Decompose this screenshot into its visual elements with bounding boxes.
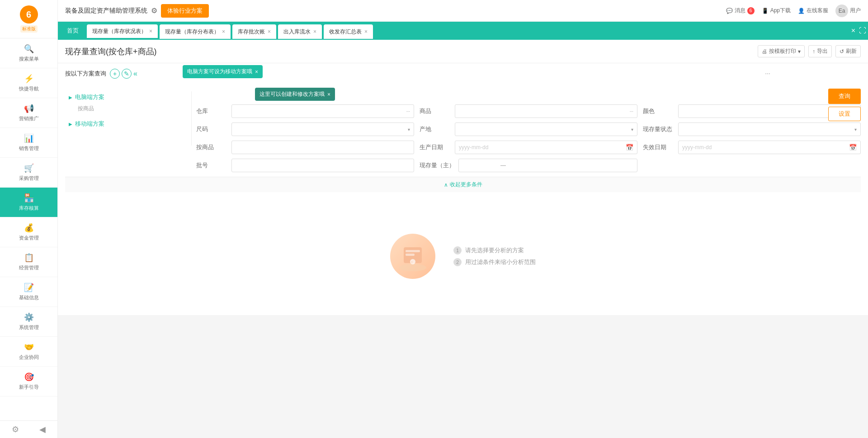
tab-batch-account-close[interactable]: × xyxy=(268,28,271,35)
svg-rect-3 xyxy=(406,254,415,256)
warehouse-label: 仓库 xyxy=(196,107,228,115)
size-dropdown-icon: ▾ xyxy=(408,127,410,132)
sidebar-item-purchase[interactable]: 🛒 采购管理 xyxy=(0,158,57,188)
stock-main-to[interactable] xyxy=(508,162,544,169)
refresh-button[interactable]: ↺ 刷新 xyxy=(835,45,861,57)
tab-inout-flow[interactable]: 出入库流水 × xyxy=(278,24,322,39)
tab-inventory-status-close[interactable]: × xyxy=(149,28,152,34)
enterprise-icon: 🤝 xyxy=(24,342,34,352)
edit-scheme-button[interactable]: ✎ xyxy=(122,69,132,79)
empty-svg: ! xyxy=(395,238,431,274)
tab-inventory-dist[interactable]: 现存量（库存分布表） × xyxy=(160,24,231,39)
tip-text-1: 请先选择要分析的方案 xyxy=(465,246,524,254)
online-service-label: 在线客服 xyxy=(807,7,828,14)
app-download-button[interactable]: 📱 App下载 xyxy=(762,7,791,14)
stock-main-label: 现存量（主） xyxy=(420,161,455,170)
svg-point-0 xyxy=(399,264,426,271)
export-button[interactable]: ↑ 导出 xyxy=(808,45,832,57)
tab-receipt-summary-close[interactable]: × xyxy=(364,28,368,35)
tab-inout-flow-label: 出入库流水 xyxy=(283,28,311,36)
page-content: 现存量查询(按仓库+商品) 🖨 按模板打印 ▾ ↑ 导出 ↺ 刷新 xyxy=(58,40,868,438)
stock-status-select[interactable]: ▾ xyxy=(678,122,861,136)
sidebar-item-search-menu[interactable]: 🔍 搜索菜单 xyxy=(0,38,57,68)
sidebar-item-marketing[interactable]: 📢 营销推广 xyxy=(0,98,57,128)
expire-date-input[interactable]: yyyy-mm-dd 📅 xyxy=(678,141,861,154)
collapse-sidebar-icon[interactable]: ◀ xyxy=(39,424,46,434)
sidebar-item-finance[interactable]: 💰 资金管理 xyxy=(0,217,57,247)
sidebar-logo: 6 标准版 xyxy=(0,0,57,38)
filter-area: 按以下方案查询 + ✎ « 电脑方案可设为移动方案哦 × xyxy=(58,63,868,198)
basic-info-icon: 📝 xyxy=(24,283,34,292)
warehouse-select[interactable]: ··· xyxy=(231,104,414,118)
collapse-up-icon: ∧ xyxy=(444,182,448,188)
main-area: 装备及固定资产辅助管理系统 ⚙ 体验行业方案 💬 消息 6 📱 App下载 👤 … xyxy=(58,0,868,438)
print-button[interactable]: 🖨 按模板打印 ▾ xyxy=(758,45,805,57)
settings-bottom-icon[interactable]: ⚙ xyxy=(12,424,19,434)
stock-main-range[interactable]: — xyxy=(458,159,637,172)
scheme-tooltip-close[interactable]: × xyxy=(255,69,258,75)
sidebar-item-quick-nav[interactable]: ⚡ 快捷导航 xyxy=(0,68,57,98)
origin-select[interactable]: ▾ xyxy=(455,122,637,136)
category-select[interactable] xyxy=(231,141,414,154)
mobile-scheme-label: 移动端方案 xyxy=(75,120,104,128)
print-label: 按模板打印 xyxy=(769,47,796,55)
sidebar-item-beginner[interactable]: 🎯 新手引导 xyxy=(0,367,57,396)
edit-tooltip-close[interactable]: × xyxy=(327,91,330,98)
tree-item-desktop[interactable]: ▶ 电脑端方案 xyxy=(69,91,191,103)
back-scheme-icon[interactable]: « xyxy=(133,70,137,78)
sidebar-item-basic-info[interactable]: 📝 基础信息 xyxy=(0,277,57,307)
warehouse-dropdown-icon: ··· xyxy=(406,109,410,114)
empty-tip-1: 1 请先选择要分析的方案 xyxy=(453,246,536,254)
prod-date-input[interactable]: yyyy-mm-dd 📅 xyxy=(455,141,637,154)
stock-main-from[interactable] xyxy=(462,162,499,169)
operations-icon: 📋 xyxy=(24,253,34,263)
export-icon: ↑ xyxy=(812,48,815,55)
page-title: 现存量查询(按仓库+商品) xyxy=(65,46,157,57)
tab-bar: 首页 现存量（库存状况表） × 现存量（库存分布表） × 库存批次账 × 出入库… xyxy=(58,22,868,40)
add-scheme-button[interactable]: + xyxy=(110,69,120,79)
size-select[interactable]: ▾ xyxy=(231,122,414,136)
user-avatar: Ea xyxy=(835,5,848,17)
empty-tips: 1 请先选择要分析的方案 2 用过滤条件来缩小分析范围 xyxy=(453,246,536,266)
tree-goods-label: 按商品 xyxy=(69,103,191,113)
sidebar-item-enterprise[interactable]: 🤝 企业协同 xyxy=(0,337,57,367)
svg-point-4 xyxy=(410,259,415,264)
filter-header: 按以下方案查询 + ✎ « xyxy=(65,69,137,79)
schema-tree: ▶ 电脑端方案 按商品 ▶ 移动端方案 xyxy=(65,91,192,146)
user-button[interactable]: Ea 用户 xyxy=(835,5,861,17)
set-button[interactable]: 设置 xyxy=(828,107,861,121)
batch-input[interactable] xyxy=(231,159,414,172)
filter-row-3: 按商品 生产日期 yyyy-mm-dd 📅 xyxy=(196,141,861,154)
tab-inout-flow-close[interactable]: × xyxy=(313,28,316,35)
more-options-icon[interactable]: ··· xyxy=(765,70,770,77)
service-icon: 👤 xyxy=(798,8,805,14)
tab-home[interactable]: 首页 xyxy=(60,22,86,40)
system-settings-icon[interactable]: ⚙ xyxy=(151,6,157,15)
search-button[interactable]: 查询 xyxy=(828,89,861,104)
search-menu-icon: 🔍 xyxy=(24,44,34,54)
tab-maximize-icon[interactable]: ⛶ xyxy=(859,27,866,35)
sidebar-item-label: 快捷导航 xyxy=(19,85,39,92)
filter-fields-area: 仓库 ··· 商品 ··· 颜色 xyxy=(196,104,861,172)
collapse-button[interactable]: ∧ 收起更多条件 xyxy=(444,181,482,188)
sidebar-item-label: 经营管理 xyxy=(19,264,39,271)
sidebar-item-operations[interactable]: 📋 经营管理 xyxy=(0,247,57,277)
stock-status-dropdown-icon: ▾ xyxy=(854,127,857,132)
refresh-label: 刷新 xyxy=(846,47,857,55)
color-label: 颜色 xyxy=(643,107,675,115)
online-service-button[interactable]: 👤 在线客服 xyxy=(798,7,828,14)
tab-batch-account[interactable]: 库存批次账 × xyxy=(232,24,276,39)
sidebar-item-sales[interactable]: 📊 销售管理 xyxy=(0,128,57,158)
tab-inventory-status[interactable]: 现存量（库存状况表） × xyxy=(87,24,158,39)
goods-select[interactable]: ··· xyxy=(455,104,637,118)
tree-item-mobile[interactable]: ▶ 移动端方案 xyxy=(69,118,191,130)
sidebar-item-inventory[interactable]: 🏪 库存核算 xyxy=(0,188,57,217)
tab-close-all-icon[interactable]: × xyxy=(851,27,855,35)
tab-receipt-summary[interactable]: 收发存汇总表 × xyxy=(324,24,373,39)
tab-inventory-dist-close[interactable]: × xyxy=(222,28,225,35)
expire-date-label: 失效日期 xyxy=(643,143,675,151)
message-button[interactable]: 💬 消息 6 xyxy=(726,7,755,14)
sidebar-item-system[interactable]: ⚙️ 系统管理 xyxy=(0,307,57,337)
sidebar-item-label: 营销推广 xyxy=(19,115,39,122)
industry-button[interactable]: 体验行业方案 xyxy=(161,4,209,18)
